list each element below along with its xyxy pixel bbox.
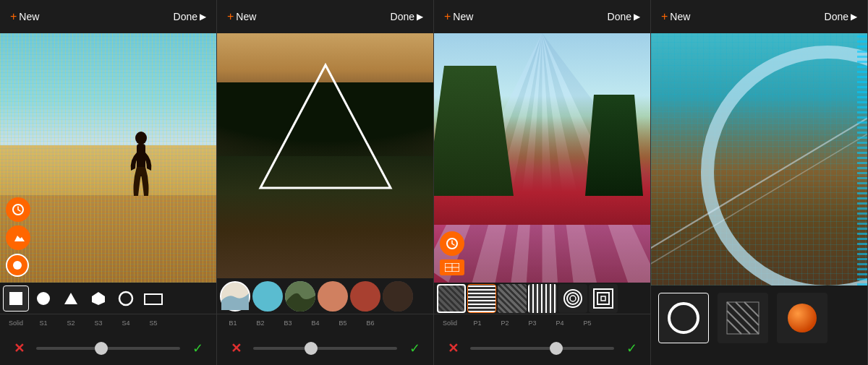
label-s5: S5 [140,319,166,327]
panel-3-header: + New Done ▶ [434,0,650,33]
swatch-row [217,278,433,314]
shape-s1[interactable] [30,285,56,312]
icon-p3-1[interactable] [440,231,464,256]
label-s2: S2 [58,319,84,327]
pattern-p5[interactable] [589,284,618,313]
svg-marker-6 [92,292,105,305]
svg-rect-32 [594,289,613,308]
pattern-p2[interactable] [498,284,527,313]
shape-label-row: Solid S1 S2 S3 S4 S5 [0,314,216,332]
arrow-icon: ▶ [200,12,206,22]
svg-rect-34 [601,296,605,301]
p4-shape-hatch[interactable] [718,293,768,343]
plus-icon-3: + [444,10,451,23]
floating-icons-panel3 [440,231,464,275]
tree-2 [585,95,643,196]
svg-rect-33 [597,293,609,304]
slider-thumb-1[interactable] [95,342,108,355]
svg-point-30 [567,293,579,304]
svg-point-7 [119,292,132,305]
panel-1-done-label: Done [174,11,197,22]
panel-1-new-button[interactable]: + New [10,10,39,23]
panel-3-new-button[interactable]: + New [444,10,473,23]
pattern-solid[interactable] [437,284,466,313]
plus-icon-2: + [227,10,234,23]
cancel-button-2[interactable]: ✕ [226,338,246,358]
svg-rect-3 [9,292,22,305]
panel-3-done-button[interactable]: Done ▶ [608,11,640,22]
panel-2-done-label: Done [391,11,414,22]
pattern-p3[interactable] [528,284,557,313]
bottom-spacer [651,351,867,365]
shape-s5[interactable] [140,285,166,312]
cancel-button-1[interactable]: ✕ [9,338,29,358]
slider-row-2: ✕ ✓ [217,332,433,365]
panel-1-done-button[interactable]: Done ▶ [174,11,206,22]
confirm-button-3[interactable]: ✓ [621,338,642,358]
swatch-b6[interactable] [383,281,413,312]
swatch-b2[interactable] [252,281,283,312]
shape-s4[interactable] [113,285,139,312]
cancel-button-3[interactable]: ✕ [443,338,463,358]
swatch-b5[interactable] [350,281,380,312]
svg-point-31 [570,296,576,301]
diagonal-lines-svg [651,33,867,285]
panel4-shape-row [651,285,867,351]
slider-thumb-3[interactable] [550,342,563,355]
panel-4: + New Done ▶ [651,0,868,365]
confirm-button-1[interactable]: ✓ [187,338,208,358]
arrow-icon-2: ▶ [417,12,423,22]
icon-circle-3[interactable] [6,254,29,277]
confirm-button-2[interactable]: ✓ [404,338,425,358]
shape-s3[interactable] [85,285,111,312]
panel-2-canvas [217,33,433,278]
slider-1[interactable] [36,347,180,350]
svg-marker-9 [260,65,391,188]
pattern-label-row: Solid P1 P2 P3 P4 P5 [434,314,650,332]
label-p3: P3 [519,319,545,327]
panel-1-canvas [0,33,216,283]
panel-4-done-button[interactable]: Done ▶ [825,11,857,22]
icon-circle-1[interactable] [6,197,30,222]
panel-4-new-button[interactable]: + New [661,10,690,23]
svg-line-35 [651,112,867,254]
icon-circle-2[interactable] [6,226,30,250]
slider-3[interactable] [470,347,614,350]
shape-solid[interactable] [3,285,29,312]
p4-shape-circle-outline[interactable] [658,293,709,343]
shape-s2[interactable] [58,285,84,312]
swatch-b3[interactable] [285,281,315,312]
panel-2-header: + New Done ▶ [217,0,433,33]
arrow-icon-3: ▶ [634,12,640,22]
pattern-p4[interactable] [558,284,587,313]
icon-p3-2[interactable] [440,259,464,275]
dot-strip-right [857,33,867,285]
panel-2-new-label: New [236,11,256,22]
figure-silhouette [127,131,156,210]
p4-shape-sphere[interactable] [777,293,827,343]
label-b5: B5 [330,319,356,327]
panel-4-canvas [651,33,867,285]
panel-4-done-label: Done [825,11,848,22]
panel-2: + New Done ▶ [217,0,434,365]
svg-point-0 [135,132,147,145]
pattern-p1[interactable] [467,284,496,313]
label-p2: P2 [492,319,518,327]
panel-1-header: + New Done ▶ [0,0,216,33]
label-b4: B4 [302,319,328,327]
panel-2-done-button[interactable]: Done ▶ [391,11,423,22]
label-p5: P5 [574,319,600,327]
swatch-b4[interactable] [318,281,348,312]
arrow-icon-4: ▶ [851,12,857,22]
panel-3-done-label: Done [608,11,631,22]
panel-3: + New Done ▶ [434,0,651,365]
slider-thumb-2[interactable] [305,342,318,355]
panel-2-new-button[interactable]: + New [227,10,256,23]
label-b1: B1 [220,319,246,327]
panel-2-toolbar: B1 B2 B3 B4 B5 B6 ✕ ✓ [217,278,433,365]
label-b6: B6 [357,319,383,327]
label-p1: P1 [464,319,490,327]
slider-2[interactable] [253,347,397,350]
swatch-b1[interactable] [220,281,250,312]
svg-line-39 [727,302,759,334]
